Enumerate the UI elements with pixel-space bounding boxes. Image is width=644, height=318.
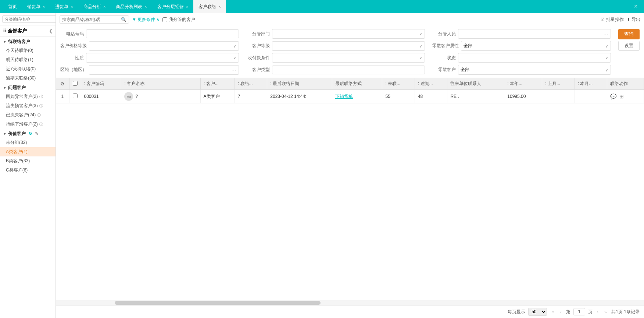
- sidebar-item-declining[interactable]: 持续下滑客户(2) ⓘ: [0, 120, 56, 129]
- sidebar-item-abnormal-repurchase[interactable]: 回购异常客户(2) ⓘ: [0, 92, 56, 101]
- filter-row-3: 性质 ∨ 收付款条件 ∨: [60, 53, 611, 63]
- nav-sales-order[interactable]: 销货单 ×: [22, 0, 50, 13]
- col-name[interactable]: : 客户名称: [121, 78, 201, 90]
- col-this-year[interactable]: : 本年...: [504, 78, 542, 90]
- filter-region-select[interactable]: ···: [89, 65, 239, 75]
- last-method-link[interactable]: 下销货单: [335, 94, 353, 99]
- next-page-button[interactable]: ›: [595, 308, 600, 315]
- col-type[interactable]: : 客户...: [201, 78, 235, 90]
- value-edit-icon[interactable]: ✎: [35, 131, 38, 136]
- search-input-wrap: 🔍: [60, 15, 129, 24]
- customer-avatar: Ea: [124, 92, 133, 101]
- filter-payment-select[interactable]: ∨: [272, 53, 425, 63]
- more-filter-button[interactable]: ▼ 更多条件 ∧: [132, 17, 160, 23]
- query-button[interactable]: 查询: [618, 29, 640, 39]
- nav-customer-segment[interactable]: 客户分层经营 ×: [152, 0, 193, 13]
- filter-phone-input[interactable]: [86, 29, 239, 38]
- sidebar-item-ungroup[interactable]: 未分组(32): [0, 138, 56, 147]
- close-sales-order-icon[interactable]: ×: [43, 4, 45, 9]
- filter-status-select[interactable]: ∨: [458, 53, 611, 63]
- col-not-contacted[interactable]: : 未联...: [382, 78, 415, 90]
- batch-op-icon: ☑: [601, 17, 605, 22]
- filter-field-nature: 性质 ∨: [60, 53, 239, 63]
- sidebar-item-type-a[interactable]: A类客户(1): [0, 147, 56, 156]
- grid-action-icon[interactable]: ⊞: [619, 93, 624, 99]
- select-all-checkbox[interactable]: [73, 81, 78, 86]
- batch-operation-button[interactable]: ☑ 批量操作: [601, 17, 624, 23]
- col-checkbox[interactable]: [69, 78, 81, 90]
- sidebar-collapse-icon[interactable]: ❮: [49, 28, 53, 33]
- close-customer-segment-icon[interactable]: ×: [186, 4, 188, 9]
- cell-this-month: [575, 90, 607, 103]
- col-this-month[interactable]: : 本月...: [575, 78, 607, 90]
- col-action: 联络动作: [607, 78, 644, 90]
- my-customers-checkbox[interactable]: [162, 17, 167, 22]
- col-overdue[interactable]: : 逾期...: [415, 78, 447, 90]
- sidebar-item-type-b[interactable]: B类客户(33): [0, 156, 56, 166]
- dept-down-arrow-icon: ∨: [419, 31, 422, 36]
- search-input[interactable]: [62, 17, 121, 22]
- col-last-method[interactable]: 最后联络方式: [332, 78, 382, 90]
- customer-level-down-arrow-icon: ∨: [419, 43, 422, 49]
- info-icon-repurchase: ⓘ: [39, 94, 43, 99]
- col-last-month[interactable]: : 上月...: [542, 78, 575, 90]
- cell-contact-count: 7: [235, 90, 267, 103]
- close-product-analysis-list-icon[interactable]: ×: [144, 4, 147, 9]
- page-size-select[interactable]: 50 100 200: [528, 308, 547, 316]
- sidebar-item-churned[interactable]: 已流失客户(24) ⓘ: [0, 110, 56, 120]
- sidebar-item-churn-warning[interactable]: 流失预警客户(3) ⓘ: [0, 101, 56, 110]
- sidebar-item-tomorrow[interactable]: 明天待联络(1): [0, 55, 56, 64]
- settings-button[interactable]: 设置: [618, 41, 640, 51]
- col-gear[interactable]: ⚙: [56, 78, 69, 90]
- nav-home[interactable]: 首页: [3, 0, 22, 13]
- sidebar-item-today[interactable]: 今天待联络(0): [0, 46, 56, 55]
- close-purchase-order-icon[interactable]: ×: [71, 4, 73, 9]
- col-code[interactable]: : 客户编码: [81, 78, 121, 90]
- col-contact-person[interactable]: 往来单位联系人: [447, 78, 504, 90]
- gear-icon[interactable]: ⚙: [60, 81, 64, 86]
- close-customer-contact-icon[interactable]: ×: [218, 4, 221, 9]
- sidebar-search-input[interactable]: [2, 15, 56, 23]
- horizontal-scrollbar[interactable]: [56, 300, 644, 305]
- sidebar-item-7days[interactable]: 近7天待联络(0): [0, 64, 56, 74]
- filter-field-dept: 分管部门 ∨: [246, 29, 425, 39]
- nav-purchase-order[interactable]: 进货单 ×: [50, 0, 78, 13]
- cell-last-method[interactable]: 下销货单: [332, 90, 382, 103]
- close-product-analysis-icon[interactable]: ×: [103, 4, 105, 9]
- col-last-date[interactable]: : 最后联络日期: [267, 78, 332, 90]
- nav-product-analysis-list[interactable]: 商品分析列表 ×: [111, 0, 152, 13]
- export-button[interactable]: ⬇ 导出: [627, 17, 640, 23]
- value-refresh-icon[interactable]: ↻: [29, 131, 32, 136]
- info-icon-churned: ⓘ: [37, 113, 41, 118]
- prev-page-button[interactable]: ‹: [558, 308, 563, 315]
- cell-last-date: 2023-04-12 14:44:: [267, 90, 332, 103]
- cell-last-month: [542, 90, 575, 103]
- col-contact[interactable]: : 联络...: [235, 78, 267, 90]
- message-icon[interactable]: 💬: [610, 93, 616, 99]
- filter-field-customer-type: 客户类型: [246, 66, 425, 74]
- filter-field-status: 状态 ∨: [432, 53, 611, 63]
- filter-price-level-select[interactable]: ∨: [89, 41, 239, 51]
- filter-dept-select[interactable]: ∨: [272, 29, 425, 39]
- app-root: 首页 销货单 × 进货单 × 商品分析 × 商品分析列表 × 客户分层经营 × …: [0, 0, 644, 318]
- filter-customer-type-input[interactable]: [272, 66, 425, 74]
- filter-field-retail: 零散客户 全部 ∨: [432, 65, 611, 75]
- filter-person-select[interactable]: ···: [458, 29, 611, 39]
- scrollbar-thumb[interactable]: [115, 301, 321, 305]
- filter-retail-select[interactable]: 全部 ∨: [458, 65, 611, 75]
- my-customers-checkbox-label[interactable]: 我分管的客户: [162, 17, 195, 23]
- last-page-button[interactable]: »: [603, 308, 608, 315]
- close-all-button[interactable]: ×: [631, 1, 641, 12]
- sidebar-item-overdue[interactable]: 逾期未联络(30): [0, 74, 56, 83]
- nav-customer-contact[interactable]: 客户联络 ×: [193, 0, 226, 13]
- row-checkbox[interactable]: [73, 93, 78, 98]
- sidebar-item-type-c[interactable]: C类客户(6): [0, 166, 56, 175]
- filter-retail-attr-select[interactable]: 全部 ∨: [461, 41, 611, 51]
- first-page-button[interactable]: «: [550, 308, 555, 315]
- cell-checkbox[interactable]: [69, 90, 81, 103]
- page-number-input[interactable]: [573, 308, 585, 315]
- nav-product-analysis[interactable]: 商品分析 ×: [78, 0, 111, 13]
- table-header-row: ⚙ : 客户编码 : 客户名称: [56, 78, 644, 90]
- filter-nature-select[interactable]: ∨: [86, 53, 239, 63]
- filter-customer-level-select[interactable]: ∨: [272, 41, 425, 51]
